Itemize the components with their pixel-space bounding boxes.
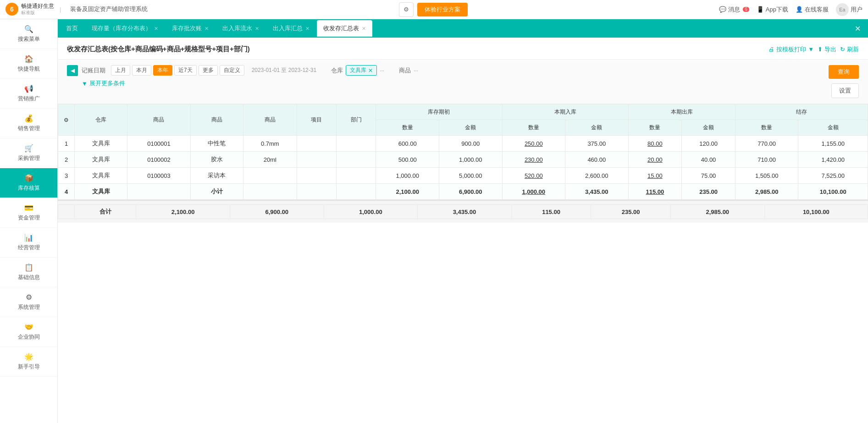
user-avatar: Ea: [836, 3, 849, 16]
cell-closing-qty: 710.00: [735, 152, 798, 168]
tab-close-batch-account[interactable]: ✕: [205, 26, 209, 32]
cell-opening-qty: 1,000.00: [376, 168, 439, 184]
settings-button[interactable]: ⚙: [399, 2, 414, 17]
cell-period-out-qty[interactable]: 20.00: [628, 152, 682, 168]
cell-department: [337, 184, 376, 200]
tab-bar: 首页现存量（库存分布表）✕库存批次账✕出入库流水✕出入库汇总✕收发存汇总表✕ ✕: [58, 19, 868, 38]
sidebar-item-finance[interactable]: 💳资金管理: [0, 198, 57, 228]
row-seq: 4: [58, 184, 75, 200]
date-btn-本月[interactable]: 本月: [132, 65, 151, 76]
data-table: ⚙ 仓库 商品 商品 商品 项目 部门 库存期初 本期入库: [58, 104, 868, 200]
search-icon: 🔍: [24, 25, 33, 33]
department-col-header: 部门: [337, 104, 376, 136]
row-seq: 2: [58, 152, 75, 168]
app-download-button[interactable]: 📱 App下载: [757, 5, 788, 14]
filter-collapse-button[interactable]: ◀: [67, 65, 78, 76]
date-btn-更多[interactable]: 更多: [199, 65, 218, 76]
period-in-amt-header: 金额: [565, 120, 629, 136]
cell-period-in-qty[interactable]: 250.00: [502, 136, 565, 152]
table-settings-icon[interactable]: ⚙: [64, 117, 69, 123]
cell-period-out-amt: 120.00: [682, 136, 735, 152]
message-icon: 💬: [719, 6, 726, 13]
sidebar-item-sales[interactable]: 💰销售管理: [0, 109, 57, 138]
table-row: 4文具库小计2,100.006,900.001,000.003,435.0011…: [58, 184, 868, 200]
tab-close-in-out-summary[interactable]: ✕: [305, 26, 310, 32]
date-filter-label: 记账日期: [82, 66, 105, 75]
tab-receive-summary[interactable]: 收发存汇总表✕: [317, 20, 372, 37]
query-button[interactable]: 查询: [829, 65, 859, 79]
cell-opening-amt: 900.00: [439, 136, 502, 152]
warehouse-more-button[interactable]: ···: [380, 67, 384, 74]
trial-button[interactable]: 体验行业方案: [417, 3, 468, 16]
sidebar-item-quick-nav[interactable]: 🏠快捷导航: [0, 49, 57, 79]
expand-icon: ▼: [82, 80, 88, 87]
sidebar-item-inventory[interactable]: 📦库存核算: [0, 168, 57, 198]
print-icon: 🖨: [768, 46, 774, 53]
cell-closing-amt: 10,100.00: [798, 184, 868, 200]
sidebar-item-marketing[interactable]: 📢营销推广: [0, 79, 57, 109]
row-seq: 3: [58, 168, 75, 184]
refresh-button[interactable]: ↻ 刷新: [840, 45, 859, 54]
print-button[interactable]: 🖨 按模板打印 ▼: [768, 45, 814, 54]
total-closing-amt: 10,100.00: [764, 205, 868, 219]
cell-period-out-qty[interactable]: 80.00: [628, 136, 682, 152]
cell-period-in-qty[interactable]: 520.00: [502, 168, 565, 184]
system-icon: ⚙: [26, 293, 32, 302]
online-service-button[interactable]: 👤 在线客服: [796, 5, 829, 14]
cell-goods_spec: [243, 168, 297, 184]
closing-amt-header: 金额: [798, 120, 868, 136]
cell-period-in-qty[interactable]: 1,000.00: [502, 184, 565, 200]
total-closing-qty: 2,985.00: [670, 205, 764, 219]
warehouse-tag-close[interactable]: ✕: [368, 67, 373, 74]
app-tag: 标准版: [21, 10, 54, 16]
total-opening-qty: 2,100.00: [136, 205, 230, 219]
export-button[interactable]: ⬆ 导出: [818, 45, 836, 54]
cell-warehouse: 文具库: [75, 136, 127, 152]
marketing-icon: 📢: [24, 84, 33, 93]
cell-opening-amt: 5,000.00: [439, 168, 502, 184]
sidebar-item-system[interactable]: ⚙系统管理: [0, 287, 57, 317]
cell-goods_code: 0100002: [127, 152, 191, 168]
period-out-amt-header: 金额: [682, 120, 735, 136]
sidebar-item-basic[interactable]: 📋基础信息: [0, 258, 57, 287]
tab-close-receive-summary[interactable]: ✕: [362, 26, 366, 32]
cell-period-out-qty[interactable]: 15.00: [628, 168, 682, 184]
tab-home[interactable]: 首页: [60, 20, 84, 37]
cell-warehouse: 文具库: [75, 184, 127, 200]
sidebar-item-purchase[interactable]: 🛒采购管理: [0, 138, 57, 168]
tab-in-out-flow[interactable]: 出入库流水✕: [216, 20, 265, 37]
date-btn-自定义[interactable]: 自定义: [220, 65, 244, 76]
tab-in-out-summary[interactable]: 出入库汇总✕: [266, 20, 316, 37]
set-button[interactable]: 设置: [831, 83, 859, 98]
tab-close-inventory-dist[interactable]: ✕: [154, 26, 158, 32]
table-row: 3文具库0100003采访本1,000.005,000.00520.002,60…: [58, 168, 868, 184]
goods-name-col-header: 商品: [190, 104, 243, 136]
finance-icon: 💳: [24, 203, 33, 212]
tab-bar-close-button[interactable]: ✕: [849, 24, 866, 33]
cell-period-out-qty[interactable]: 115.00: [628, 184, 682, 200]
date-btn-上月[interactable]: 上月: [111, 65, 130, 76]
tab-inventory-dist[interactable]: 现存量（库存分布表）✕: [85, 20, 165, 37]
date-btn-本年[interactable]: 本年: [153, 65, 172, 76]
user-area[interactable]: Ea 用户: [836, 3, 862, 16]
expand-more-button[interactable]: ▼ 展开更多条件: [82, 79, 823, 88]
warehouse-filter-label: 仓库: [331, 66, 343, 75]
sidebar-item-guide[interactable]: 🌟新手引导: [0, 347, 57, 377]
system-name: 装备及固定资产辅助管理系统: [70, 5, 148, 13]
sidebar-item-operations[interactable]: 📊经营管理: [0, 228, 57, 258]
total-label: 合计: [75, 205, 136, 219]
tab-close-in-out-flow[interactable]: ✕: [255, 26, 259, 32]
table-row: 2文具库0100002胶水20ml500.001,000.00230.00460…: [58, 152, 868, 168]
cell-goods_spec: [243, 184, 297, 200]
settings-col-header[interactable]: ⚙: [58, 104, 75, 136]
warehouse-tag[interactable]: 文具库 ✕: [346, 65, 377, 76]
messages-button[interactable]: 💬 消息 6: [719, 5, 749, 14]
tab-batch-account[interactable]: 库存批次账✕: [166, 20, 215, 37]
cell-period-in-qty[interactable]: 230.00: [502, 152, 565, 168]
goods-more-button[interactable]: ···: [414, 67, 418, 74]
sidebar-item-enterprise[interactable]: 🤝企业协同: [0, 317, 57, 347]
date-btn-近7天[interactable]: 近7天: [174, 65, 197, 76]
cell-closing-amt: 1,420.00: [798, 152, 868, 168]
sidebar-label-purchase: 采购管理: [18, 154, 40, 162]
sidebar-item-search[interactable]: 🔍搜索菜单: [0, 19, 57, 49]
